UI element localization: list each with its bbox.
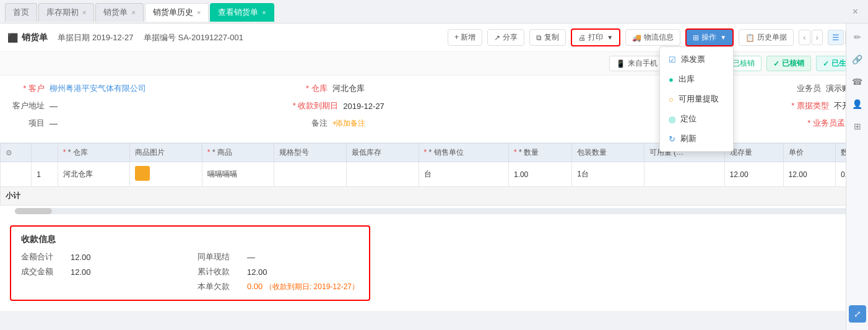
- col-min-stock: 最低库存: [347, 144, 419, 162]
- tab-close-sales-order[interactable]: ×: [131, 9, 135, 16]
- share-button[interactable]: ↗ 分享: [487, 29, 524, 46]
- warehouse-group: * 仓库 河北仓库: [293, 83, 576, 94]
- print-button[interactable]: 🖨 打印 ▼: [571, 28, 620, 46]
- due-date-value: 2019-12-27: [343, 102, 384, 111]
- tab-view-sales[interactable]: 查看销货单 ×: [210, 3, 274, 22]
- sidebar-edit-icon[interactable]: ✏: [849, 28, 866, 46]
- main-content: ⬛ 销货单 单据日期 2019-12-27 单据编号 SA-20191227-0…: [0, 24, 868, 311]
- table-area: ⚙ * * 仓库 商品图片 * * 商品 规格型号 最低库存 * * 销售单位 …: [0, 142, 868, 218]
- cell-min-stock: [347, 162, 419, 187]
- dropdown-add-invoice[interactable]: ☑ 添发票: [660, 50, 733, 69]
- col-settings[interactable]: ⚙: [1, 144, 32, 162]
- history-button[interactable]: 📋 历史单据: [739, 29, 794, 46]
- customer-value[interactable]: 柳州粤港平安气体有限公司: [50, 83, 146, 94]
- subtotal-label-cell: 小计: [1, 187, 868, 206]
- bottom-info-box: 收款信息 金额合计 12.00 同单现结 — 成交金额 12.00 累计收款 1…: [10, 225, 370, 301]
- operations-wrapper: ⊞ 操作 ▼ ☑ 添发票 ● 出库 ○ 可用量提取: [685, 28, 734, 46]
- col-seq: [32, 144, 58, 162]
- ticket-type-label: * 票据类型: [791, 100, 831, 111]
- sidebar-expand-icon[interactable]: ⤢: [849, 305, 866, 311]
- same-order-settle-label: 同单现结: [197, 251, 242, 263]
- copy-button[interactable]: ⧉ 复制: [529, 29, 566, 46]
- copy-icon: ⧉: [536, 33, 542, 42]
- col-unit: * * 销售单位: [419, 144, 508, 162]
- cell-current-stock: 12.00: [724, 162, 783, 187]
- note-group: 备注 + 添加备注: [293, 118, 576, 129]
- doc-number-value: SA-20191227-001: [178, 33, 244, 42]
- view-list[interactable]: ☰: [828, 30, 844, 45]
- tab-close-sales-history[interactable]: ×: [197, 9, 201, 16]
- cell-seq: 1: [32, 162, 58, 187]
- order-debt-value: 0.00 （收款到期日: 2019-12-27）: [247, 282, 359, 292]
- subtotal-row: 小计: [1, 187, 868, 206]
- col-warehouse: * * 仓库: [58, 144, 130, 162]
- address-group: 客户地址 —: [10, 100, 293, 111]
- col-qty: * * 数量: [508, 144, 571, 162]
- salesperson-label: 业务员: [786, 83, 823, 94]
- dropdown-out-warehouse[interactable]: ● 出库: [660, 69, 733, 89]
- operations-button[interactable]: ⊞ 操作 ▼: [685, 28, 734, 46]
- cumulative-payment-label: 累计收款: [197, 266, 242, 277]
- sidebar-grid-icon[interactable]: ⊞: [849, 118, 866, 135]
- deal-amount-row: 成交金额 12.00: [21, 266, 183, 277]
- scrollbar-thumb[interactable]: [15, 208, 52, 214]
- tab-bar: 首页 库存期初 × 销货单 × 销货单历史 × 查看销货单 × ×: [0, 0, 868, 24]
- customer-label: * 客户: [10, 83, 47, 94]
- op-dropdown-icon: ▼: [720, 34, 726, 41]
- product-image: [135, 166, 150, 181]
- dropdown-quantity-fetch[interactable]: ○ 可用量提取: [660, 89, 733, 109]
- add-note-button[interactable]: + 添加备注: [332, 118, 365, 129]
- tab-sales-history[interactable]: 销货单历史 ×: [145, 3, 209, 22]
- out-warehouse-icon: ●: [669, 75, 674, 84]
- close-all-tabs[interactable]: ×: [848, 4, 863, 20]
- from-phone-button[interactable]: 📱 来自手机: [609, 56, 664, 71]
- new-button[interactable]: + 新增: [448, 29, 482, 46]
- dropdown-refresh[interactable]: ↻ 刷新: [660, 129, 733, 149]
- cumulative-payment-value: 12.00: [247, 267, 267, 277]
- tab-close-view-sales[interactable]: ×: [262, 9, 266, 16]
- nav-next[interactable]: ›: [812, 30, 823, 45]
- warehouse-value: 河北仓库: [332, 83, 365, 94]
- bottom-area: 收款信息 金额合计 12.00 同单现结 — 成交金额 12.00 累计收款 1…: [0, 218, 868, 311]
- status-bar: 📱 来自手机 ● 未开票 ✓ 已核销 ✓ 已核销 ✓ 已生效: [0, 52, 868, 76]
- table-scrollbar[interactable]: [15, 208, 853, 214]
- nav-prev[interactable]: ‹: [799, 30, 810, 45]
- truck-icon: 🚚: [632, 33, 641, 42]
- salesperson2-label: * 业务员孟: [807, 118, 848, 129]
- same-order-settle-row: 同单现结 —: [197, 251, 359, 263]
- cumulative-payment-row: 累计收款 12.00: [197, 266, 359, 277]
- share-icon: ↗: [494, 33, 500, 42]
- quantity-fetch-icon: ○: [669, 95, 674, 104]
- tab-inventory-init[interactable]: 库存期初 ×: [38, 3, 94, 22]
- dropdown-locate[interactable]: ◎ 定位: [660, 109, 733, 129]
- cell-warehouse: 河北仓库: [58, 162, 130, 187]
- col-product: * * 商品: [202, 144, 274, 162]
- effective-icon: ✓: [823, 59, 829, 68]
- project-group: 项目 —: [10, 118, 293, 129]
- sidebar-user-icon[interactable]: 👤: [849, 95, 866, 113]
- locate-icon: ◎: [669, 115, 675, 124]
- order-debt-label: 本单欠款: [197, 281, 242, 292]
- cell-spec: [274, 162, 347, 187]
- sidebar-phone-icon[interactable]: ☎: [849, 73, 866, 90]
- phone-icon: 📱: [616, 59, 625, 68]
- tab-home[interactable]: 首页: [5, 3, 37, 22]
- sidebar-link-icon[interactable]: 🔗: [849, 51, 866, 68]
- cell-product: 嗝嗝嗝嗝: [202, 162, 274, 187]
- doc-title-text: 销货单: [22, 32, 48, 43]
- cell-available: [644, 162, 724, 187]
- tab-close-inventory-init[interactable]: ×: [82, 9, 86, 16]
- cell-qty: 1.00: [508, 162, 571, 187]
- doc-title: ⬛ 销货单: [7, 32, 48, 43]
- operations-dropdown: ☑ 添发票 ● 出库 ○ 可用量提取 ◎ 定位: [659, 46, 734, 152]
- deal-amount-label: 成交金额: [21, 266, 66, 277]
- operations-icon: ⊞: [693, 33, 699, 42]
- tab-sales-order[interactable]: 销货单 ×: [95, 3, 143, 22]
- doc-date-value: 2019-12-27: [92, 33, 134, 42]
- doc-actions: + 新增 ↗ 分享 ⧉ 复制 🖨 打印 ▼ 🚚 物流信息 ⊞ 操作: [448, 28, 861, 46]
- bottom-info-grid: 金额合计 12.00 同单现结 — 成交金额 12.00 累计收款 12.00: [21, 251, 359, 292]
- logistics-button[interactable]: 🚚 物流信息: [625, 29, 680, 46]
- col-spec: 规格型号: [274, 144, 347, 162]
- cell-product-img: [130, 162, 202, 187]
- add-invoice-icon: ☑: [669, 55, 676, 64]
